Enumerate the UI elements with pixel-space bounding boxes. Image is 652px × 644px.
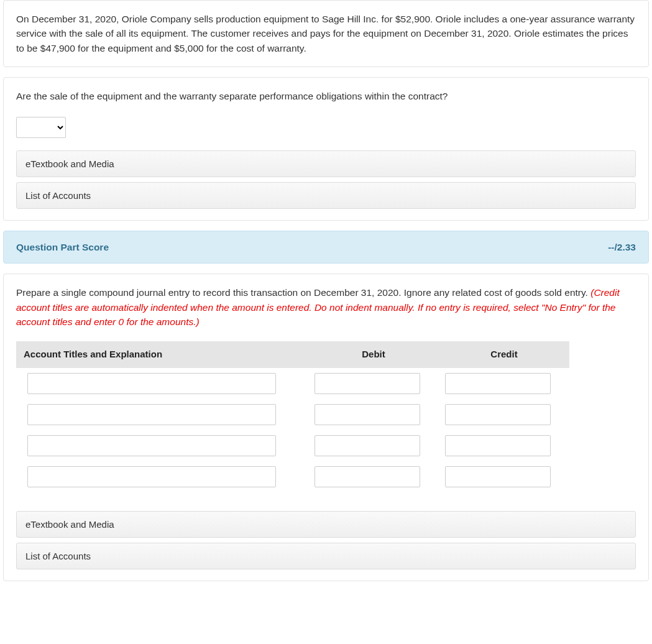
table-row [16,368,569,399]
debit-input[interactable] [315,466,420,487]
credit-input[interactable] [445,373,551,394]
header-credit: Credit [439,341,569,368]
question-part2-card: Prepare a single compound journal entry … [3,274,649,581]
account-title-input[interactable] [27,466,276,487]
table-row [16,430,569,461]
etextbook-media-button[interactable]: eTextbook and Media [16,150,636,177]
list-of-accounts-button[interactable]: List of Accounts [16,182,636,209]
debit-input[interactable] [315,435,420,456]
score-value: --/2.33 [608,240,636,254]
credit-input[interactable] [445,466,551,487]
answer-select[interactable] [16,117,66,138]
list-of-accounts-button[interactable]: List of Accounts [16,543,636,569]
account-title-input[interactable] [27,373,276,394]
part2-instruction-main: Prepare a single compound journal entry … [16,287,590,298]
question-part-score-bar: Question Part Score --/2.33 [3,231,649,264]
header-debit: Debit [308,341,439,368]
question-part1-card: Are the sale of the equipment and the wa… [3,77,649,221]
debit-input[interactable] [315,373,420,394]
account-title-input[interactable] [27,435,276,456]
part2-resources: eTextbook and Media List of Accounts [16,511,636,569]
journal-entry-table: Account Titles and Explanation Debit Cre… [16,341,569,492]
etextbook-media-button[interactable]: eTextbook and Media [16,511,636,538]
problem-text: On December 31, 2020, Oriole Company sel… [16,12,636,55]
problem-statement-card: On December 31, 2020, Oriole Company sel… [3,0,649,67]
table-row [16,461,569,492]
question-part1-text: Are the sale of the equipment and the wa… [16,89,636,103]
debit-input[interactable] [315,404,420,425]
header-account: Account Titles and Explanation [16,341,308,368]
score-label: Question Part Score [16,240,109,254]
credit-input[interactable] [445,435,551,456]
table-row [16,399,569,430]
part2-instruction: Prepare a single compound journal entry … [16,285,636,329]
credit-input[interactable] [445,404,551,425]
account-title-input[interactable] [27,404,276,425]
